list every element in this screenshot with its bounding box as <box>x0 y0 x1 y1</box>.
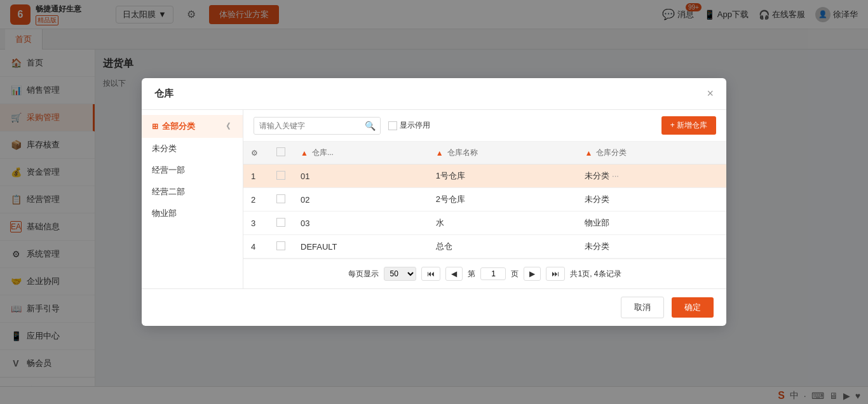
row-category: 未分类 <box>577 188 726 212</box>
search-box: 🔍 <box>254 117 381 135</box>
total-info: 共1页, 4条记录 <box>570 269 621 279</box>
row-name: 1号仓库 <box>428 165 578 188</box>
row-num: 3 <box>243 212 269 235</box>
row-actions[interactable]: ··· <box>612 171 619 180</box>
category-panel: ⊞ 全部分类 《 未分类 经营一部 经营二部 物业部 <box>142 110 243 288</box>
add-warehouse-button[interactable]: + 新增仓库 <box>661 116 716 135</box>
modal-title: 仓库 <box>154 88 173 100</box>
category-header-all[interactable]: ⊞ 全部分类 《 <box>142 115 243 138</box>
row-checkbox[interactable] <box>269 165 293 188</box>
table-row[interactable]: 1 01 1号仓库 未分类 ··· <box>243 165 726 188</box>
modal-header: 仓库 × <box>142 78 726 110</box>
warehouse-table: ⚙ ▲ 仓库... <box>243 142 726 259</box>
th-settings: ⚙ <box>243 142 269 165</box>
page-number-input[interactable] <box>480 267 506 280</box>
row-code: DEFAULT <box>293 235 428 259</box>
row-code: 01 <box>293 165 428 188</box>
row-num: 4 <box>243 235 269 259</box>
pagination: 每页显示 50 100 ⏮ ◀ 第 页 ▶ ⏭ 共1页, 4条记录 <box>243 259 726 288</box>
row-code: 03 <box>293 212 428 235</box>
modal-overlay: 仓库 × ⊞ 全部分类 《 未分类 经营一部 经营二部 物业部 <box>0 0 868 404</box>
category-item-property[interactable]: 物业部 <box>142 203 243 224</box>
warehouse-modal: 仓库 × ⊞ 全部分类 《 未分类 经营一部 经营二部 物业部 <box>142 78 726 326</box>
show-disabled-checkbox[interactable] <box>388 121 397 130</box>
collapse-button[interactable]: 《 <box>220 120 233 133</box>
table-row[interactable]: 3 03 水 物业部 <box>243 212 726 235</box>
select-all-checkbox[interactable] <box>276 147 285 156</box>
settings-icon: ⚙ <box>251 149 258 158</box>
row-checkbox[interactable] <box>269 212 293 235</box>
table-panel: 🔍 显示停用 + 新增仓库 ⚙ <box>243 110 726 288</box>
row-num: 2 <box>243 188 269 212</box>
last-page-button[interactable]: ⏭ <box>546 267 565 281</box>
table-toolbar: 🔍 显示停用 + 新增仓库 <box>243 110 726 142</box>
table-body: 1 01 1号仓库 未分类 ··· 2 02 2号仓库 未分类 3 03 水 物… <box>243 165 726 259</box>
th-category: ▲ 仓库分类 <box>577 142 726 165</box>
th-checkbox <box>269 142 293 165</box>
show-disabled-label[interactable]: 显示停用 <box>388 120 430 131</box>
row-category: 物业部 <box>577 212 726 235</box>
first-page-button[interactable]: ⏮ <box>421 267 440 281</box>
category-item-ops2[interactable]: 经营二部 <box>142 181 243 203</box>
th-name: ▲ 仓库名称 <box>428 142 578 165</box>
row-category: 未分类 <box>577 235 726 259</box>
per-page-label: 每页显示 <box>348 269 379 279</box>
table-header: ⚙ ▲ 仓库... <box>243 142 726 165</box>
next-page-button[interactable]: ▶ <box>524 267 541 281</box>
th-code: ▲ 仓库... <box>293 142 428 165</box>
page-label: 第 <box>468 269 475 279</box>
prev-page-button[interactable]: ◀ <box>445 267 463 281</box>
data-table: ⚙ ▲ 仓库... <box>243 142 726 259</box>
modal-body: ⊞ 全部分类 《 未分类 经营一部 经营二部 物业部 🔍 <box>142 110 726 288</box>
modal-close-button[interactable]: × <box>707 87 714 100</box>
row-category: 未分类 ··· <box>577 165 726 188</box>
row-name: 水 <box>428 212 578 235</box>
row-name: 2号仓库 <box>428 188 578 212</box>
row-checkbox[interactable] <box>269 188 293 212</box>
cancel-button[interactable]: 取消 <box>621 297 664 318</box>
grid-icon: ⊞ <box>152 122 158 131</box>
confirm-button[interactable]: 确定 <box>672 297 714 318</box>
modal-footer: 取消 确定 <box>142 288 726 326</box>
search-input[interactable] <box>254 118 360 133</box>
row-checkbox[interactable] <box>269 235 293 259</box>
category-item-unclassified[interactable]: 未分类 <box>142 138 243 159</box>
row-code: 02 <box>293 188 428 212</box>
search-button[interactable]: 🔍 <box>360 118 381 134</box>
table-row[interactable]: 4 DEFAULT 总仓 未分类 <box>243 235 726 259</box>
table-row[interactable]: 2 02 2号仓库 未分类 <box>243 188 726 212</box>
row-num: 1 <box>243 165 269 188</box>
category-item-ops1[interactable]: 经营一部 <box>142 159 243 181</box>
row-name: 总仓 <box>428 235 578 259</box>
page-end-label: 页 <box>511 269 519 279</box>
per-page-select[interactable]: 50 100 <box>384 267 416 281</box>
